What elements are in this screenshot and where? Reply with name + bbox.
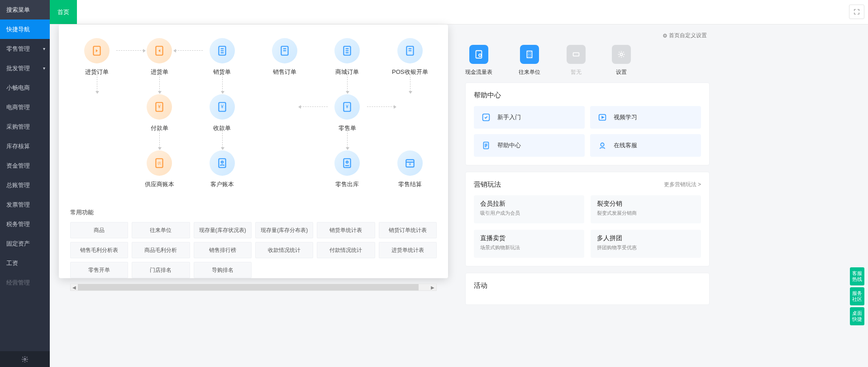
common-btn[interactable]: 往来单位 [132,222,190,238]
help-center-title: 帮助中心 [474,91,701,100]
svg-rect-23 [527,51,532,58]
scroll-left-button[interactable]: ◀ [71,284,78,290]
sidebar-settings-button[interactable] [0,351,50,367]
floater-hotline[interactable]: 客服热线 [850,267,864,285]
common-btn[interactable]: 导购排名 [194,262,252,278]
floater-community[interactable]: 服务社区 [850,287,864,305]
help-item-beginner[interactable]: 新手入门 [474,106,585,129]
sidebar-item-funds[interactable]: 资金管理 [0,156,50,175]
sidebar-search[interactable]: 搜索菜单 [0,0,50,19]
out-icon [341,157,353,169]
common-btn[interactable]: 现存量(库存状况表) [194,222,252,238]
common-btn[interactable]: 零售开单 [70,262,128,278]
common-btn[interactable]: 商品毛利分析 [132,242,190,258]
flow-node-retail-out[interactable]: 零售出库 [316,150,378,205]
svg-text:¥: ¥ [408,162,411,166]
flow-node-purchase[interactable]: 进货单 [128,38,191,92]
flow-node-mall-order[interactable]: 商城订单 [316,38,378,92]
sidebar-item-ec2[interactable]: 电商管理 [0,97,50,117]
shortcut-contacts[interactable]: 往来单位 [519,45,540,76]
flow-node-retail-settle[interactable]: ¥ 零售结算 [379,150,441,205]
building-icon [525,49,534,59]
scroll-right-button[interactable]: ▶ [429,284,436,290]
help-item-docs[interactable]: 帮助中心 [474,134,585,157]
sidebar-item-purchase[interactable]: 采购管理 [0,117,50,136]
common-btn[interactable]: 销货单统计表 [317,222,375,238]
tab-home[interactable]: 首页 [50,0,77,24]
chevron-down-icon: ▾ [43,66,45,71]
flow-node-customer-book[interactable]: 客户账本 [191,150,253,205]
common-btn[interactable]: 销货订单统计表 [379,222,437,238]
marketing-title: 营销玩法 [474,180,501,189]
doc-in-icon [91,45,103,57]
flow-node-retail[interactable]: ¥ 零售单 [316,94,378,149]
common-btn[interactable]: 付款情况统计 [317,242,375,258]
help-center-card: 帮助中心 新手入门 视频学习 帮助中心 在线客服 [465,82,710,165]
svg-point-16 [221,161,223,163]
check-icon [481,112,491,122]
horizontal-scrollbar[interactable]: ◀ ▶ [70,284,437,291]
common-btn[interactable]: 进货单统计表 [379,242,437,258]
headset-icon [597,140,607,150]
sidebar-item-salary[interactable]: 工资 [0,253,50,273]
sidebar-item-inventory[interactable]: 库存核算 [0,136,50,156]
sidebar-item-ledger[interactable]: 总账管理 [0,175,50,195]
flow-node-sales[interactable]: 销货单 [191,38,253,92]
flow-node-pos[interactable]: POS收银开单 [379,38,441,92]
svg-text:¥: ¥ [220,104,224,109]
money-icon: ¥ [216,101,228,113]
common-btn[interactable]: 商品 [70,222,128,238]
mkt-item[interactable]: 会员拉新吸引用户成为会员 [474,195,584,223]
sidebar-item-invoice[interactable]: 发票管理 [0,195,50,214]
flow-node-sales-order[interactable]: 销售订单 [253,38,316,92]
common-functions-title: 常用功能 [70,208,444,217]
common-btn[interactable]: 现存量(库存分布表) [255,222,313,238]
mkt-item[interactable]: 多人拼团拼团购物享受优惠 [591,230,701,258]
svg-point-18 [346,161,348,163]
flow-node-receipt[interactable]: ¥ 收款单 [191,94,253,149]
shortcut-settings[interactable]: 设置 [612,45,631,76]
help-item-video[interactable]: 视频学习 [590,106,701,129]
scroll-track[interactable] [78,284,429,290]
common-btn[interactable]: 销售排行榜 [194,242,252,258]
svg-text:供: 供 [157,161,161,165]
doc-icon [404,45,416,57]
flow-node-purchase-order[interactable]: 进货订单 [66,38,128,92]
scroll-thumb[interactable] [78,284,419,290]
sidebar-search-label: 搜索菜单 [6,6,30,14]
sidebar-item-tax[interactable]: 税务管理 [0,214,50,234]
shortcut-cashflow[interactable]: 现金流量表 [465,45,492,76]
doc-out-icon [153,45,165,57]
svg-text:¥: ¥ [157,104,161,109]
sidebar-item-retail[interactable]: 零售管理▾ [0,39,50,58]
quicknav-flyout: 进货订单 进货单 销货单 销售订单 商城订单 POS收银开单 [59,24,448,278]
svg-point-0 [24,358,26,360]
sidebar-item-ec1[interactable]: 小畅电商 [0,78,50,97]
flow-node-payment[interactable]: ¥ 付款单 [128,94,191,149]
sidebar-item-wholesale[interactable]: 批发管理▾ [0,58,50,78]
sidebar-item-assets[interactable]: 固定资产 [0,234,50,253]
customize-homepage-link[interactable]: ⚙ 首页自定义设置 [465,24,710,42]
marketing-more-link[interactable]: 更多营销玩法 > [664,181,701,188]
common-btn[interactable]: 门店排名 [132,262,190,278]
gear-icon [616,49,626,59]
sidebar-item-quicknav[interactable]: 快捷导航 [0,19,50,39]
mkt-item[interactable]: 裂变分销裂变式发展分销商 [591,195,701,223]
doc-icon [481,140,491,150]
svg-rect-24 [573,53,579,56]
shortcut-row: 现金流量表 往来单位 暂无 设置 [465,42,710,82]
flow-node-supplier-book[interactable]: 供 供应商账本 [128,150,191,205]
common-btn[interactable]: 销售毛利分析表 [70,242,128,258]
mkt-item[interactable]: 直播卖货场景式购物新玩法 [474,230,584,258]
svg-point-29 [601,143,604,146]
list-icon [341,45,353,57]
shortcut-empty[interactable]: 暂无 [567,45,586,76]
help-item-support[interactable]: 在线客服 [590,134,701,157]
fullscreen-button[interactable] [849,5,864,19]
activity-title: 活动 [474,281,701,290]
sidebar-item-ops[interactable]: 经营管理 [0,273,50,292]
floater-desktop[interactable]: 桌面快捷 [850,307,864,325]
common-btn[interactable]: 收款情况统计 [255,242,313,258]
activity-card: 活动 [465,273,710,305]
doc-icon [279,45,291,57]
